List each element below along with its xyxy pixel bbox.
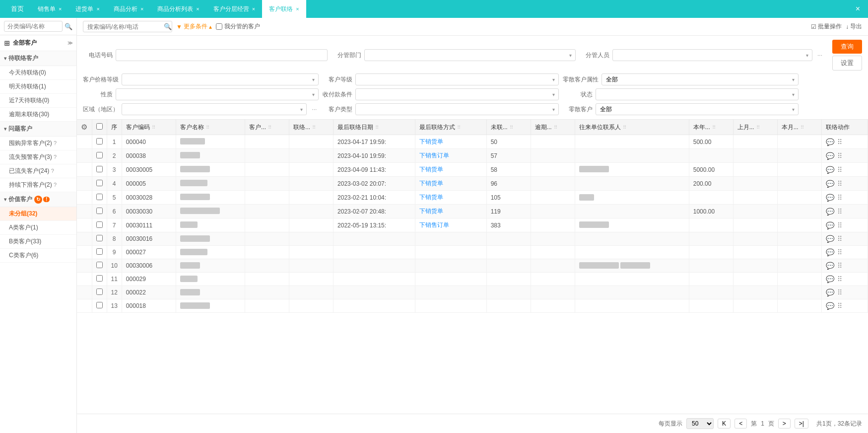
- last-method-link[interactable]: 下销货单: [419, 138, 443, 145]
- col-resize-icon[interactable]: ⠿: [268, 125, 271, 130]
- col-resize-icon[interactable]: ⠿: [312, 125, 316, 130]
- apps-icon[interactable]: ⠿: [837, 248, 842, 256]
- message-icon[interactable]: 💬: [826, 166, 834, 174]
- sidebar-search-icon[interactable]: 🔍: [65, 23, 72, 30]
- sidebar-item-tomorrow-pending[interactable]: 明天待联络(1): [0, 80, 76, 94]
- col-resize-icon[interactable]: ⠿: [375, 125, 379, 130]
- apps-icon[interactable]: ⠿: [837, 221, 842, 229]
- nature-select[interactable]: [116, 88, 319, 100]
- query-button[interactable]: 查询: [832, 40, 862, 54]
- status-select[interactable]: [596, 88, 799, 100]
- cust-type-select[interactable]: [355, 103, 558, 115]
- message-icon[interactable]: 💬: [826, 262, 834, 270]
- sidebar-item-abnormal[interactable]: 囤购异常客户(2) ?: [0, 137, 76, 150]
- apps-icon[interactable]: ⠿: [837, 166, 842, 174]
- close-icon[interactable]: ×: [296, 6, 299, 12]
- col-resize-icon[interactable]: ⠿: [756, 125, 760, 130]
- apps-icon[interactable]: ⠿: [837, 208, 842, 216]
- row-checkbox[interactable]: [96, 180, 103, 186]
- phone-input[interactable]: [116, 49, 328, 61]
- last-method-link[interactable]: 下销货单: [419, 208, 443, 215]
- row-checkbox[interactable]: [96, 302, 103, 308]
- region-input[interactable]: [122, 103, 307, 115]
- last-page-btn[interactable]: >|: [795, 419, 808, 429]
- apps-icon[interactable]: ⠿: [837, 275, 842, 283]
- last-method-link[interactable]: 下销售订单: [419, 152, 449, 159]
- row-checkbox[interactable]: [96, 221, 103, 228]
- prev-page-btn[interactable]: <: [734, 419, 747, 429]
- col-resize-icon[interactable]: ⠿: [457, 125, 461, 130]
- col-resize-icon[interactable]: ⠿: [206, 125, 209, 130]
- retail-cust-select[interactable]: 全部: [596, 103, 799, 115]
- select-all-checkbox[interactable]: [96, 123, 103, 130]
- message-icon[interactable]: 💬: [826, 248, 834, 256]
- message-icon[interactable]: 💬: [826, 194, 834, 202]
- payment-select[interactable]: [355, 88, 558, 100]
- apps-icon[interactable]: ⠿: [837, 289, 842, 296]
- price-level-select[interactable]: [122, 73, 319, 85]
- last-method-link[interactable]: 下销货单: [419, 194, 443, 201]
- message-icon[interactable]: 💬: [826, 138, 834, 146]
- sidebar-item-churned[interactable]: 已流失客户(24) ?: [0, 164, 76, 178]
- batch-operation-btn[interactable]: ☑ 批量操作: [811, 22, 842, 31]
- first-page-btn[interactable]: K: [718, 419, 731, 429]
- message-icon[interactable]: 💬: [826, 302, 834, 310]
- settings-icon[interactable]: ⚙: [81, 123, 87, 131]
- window-close-button[interactable]: ×: [852, 4, 864, 13]
- sidebar-item-churn-warning[interactable]: 流失预警客户(3) ?: [0, 150, 76, 164]
- col-resize-icon[interactable]: ⠿: [152, 125, 155, 130]
- col-resize-icon[interactable]: ⠿: [801, 125, 804, 130]
- apps-icon[interactable]: ⠿: [837, 194, 842, 202]
- message-icon[interactable]: 💬: [826, 208, 834, 216]
- message-icon[interactable]: 💬: [826, 180, 834, 188]
- last-method-link[interactable]: 下销售订单: [419, 221, 449, 228]
- sidebar-all-customers[interactable]: ⊞ 全部客户 ≫: [0, 35, 76, 51]
- sidebar-item-overdue-pending[interactable]: 逾期未联络(30): [0, 108, 76, 122]
- filter-search-input[interactable]: [87, 23, 162, 30]
- row-checkbox[interactable]: [96, 208, 103, 214]
- sidebar-group-value[interactable]: ▾ 价值客户 ↻ !: [0, 192, 76, 207]
- nav-tab-home[interactable]: 首页: [4, 0, 31, 18]
- region-dots-btn[interactable]: ···: [310, 106, 319, 113]
- sidebar-group-problem[interactable]: ▾ 问题客户: [0, 122, 76, 137]
- row-checkbox[interactable]: [96, 152, 103, 158]
- next-page-btn[interactable]: >: [778, 419, 791, 429]
- person-input[interactable]: [612, 49, 812, 61]
- apps-icon[interactable]: ⠿: [837, 302, 842, 310]
- col-resize-icon[interactable]: ⠿: [712, 125, 716, 130]
- sidebar-group-pending[interactable]: ▾ 待联络客户: [0, 51, 76, 66]
- message-icon[interactable]: 💬: [826, 275, 834, 283]
- close-icon[interactable]: ×: [196, 6, 199, 12]
- cust-level-select[interactable]: [355, 73, 558, 85]
- col-resize-icon[interactable]: ⠿: [510, 125, 513, 130]
- row-checkbox[interactable]: [96, 235, 103, 241]
- close-icon[interactable]: ×: [252, 6, 255, 12]
- filter-search-icon[interactable]: 🔍: [164, 23, 172, 30]
- message-icon[interactable]: 💬: [826, 152, 834, 160]
- apps-icon[interactable]: ⠿: [837, 152, 842, 160]
- nav-tab-goods-analysis[interactable]: 商品分析 ×: [107, 0, 150, 18]
- apps-icon[interactable]: ⠿: [837, 180, 842, 188]
- refresh-icon[interactable]: ↻: [34, 196, 42, 204]
- nav-tab-goods-list[interactable]: 商品分析列表 ×: [150, 0, 206, 18]
- export-btn[interactable]: ↓ 导出: [846, 22, 862, 31]
- nav-tab-customer-contact[interactable]: 客户联络 ×: [262, 0, 306, 18]
- message-icon[interactable]: 💬: [826, 221, 834, 229]
- close-icon[interactable]: ×: [140, 6, 143, 12]
- sidebar-item-declining[interactable]: 持续下滑客户(2) ?: [0, 178, 76, 192]
- apps-icon[interactable]: ⠿: [837, 262, 842, 270]
- apps-icon[interactable]: ⠿: [837, 138, 842, 146]
- last-method-link[interactable]: 下销货单: [419, 180, 443, 187]
- nav-tab-customer-layer[interactable]: 客户分层经营 ×: [206, 0, 262, 18]
- col-resize-icon[interactable]: ⠿: [554, 125, 557, 130]
- row-checkbox[interactable]: [96, 138, 103, 144]
- sidebar-item-week-pending[interactable]: 近7天待联络(0): [0, 94, 76, 108]
- close-icon[interactable]: ×: [59, 6, 62, 12]
- close-icon[interactable]: ×: [96, 6, 99, 12]
- sidebar-item-class-a[interactable]: A类客户(1): [0, 221, 76, 235]
- col-resize-icon[interactable]: ⠿: [623, 125, 626, 130]
- row-checkbox[interactable]: [96, 166, 103, 172]
- message-icon[interactable]: 💬: [826, 235, 834, 243]
- dept-select[interactable]: [364, 49, 576, 61]
- message-icon[interactable]: 💬: [826, 289, 834, 296]
